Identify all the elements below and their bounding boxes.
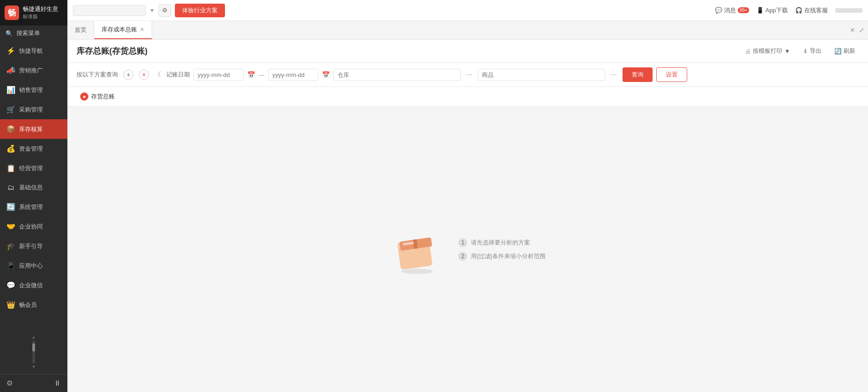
purchase-icon: 🛒 <box>6 105 15 114</box>
page-title: 库存总账(存货总账) <box>77 46 148 56</box>
headset-icon: 🎧 <box>795 7 802 14</box>
industry-solution-btn[interactable]: 体验行业方案 <box>175 4 225 17</box>
sidebar-item-sales[interactable]: 📊 销售管理 <box>0 80 67 100</box>
filter-bar: 按以下方案查询 + × 《 记账日期 📅 — 📅 ··· ··· 查询 设置 <box>67 63 868 87</box>
empty-content: 1 请先选择要分析的方案 2 用[过滤]条件来缩小分析范围 <box>390 222 545 277</box>
tip-item-1: 1 请先选择要分析的方案 <box>458 238 545 247</box>
print-dropdown-icon: ▼ <box>784 48 790 55</box>
export-icon: ⬇ <box>803 48 808 55</box>
message-label: 消息 <box>724 6 736 15</box>
sidebar-item-inventory[interactable]: 📦 库存核算 <box>0 119 67 139</box>
close-panel-icon[interactable]: ✕ <box>850 26 855 34</box>
tip-num-1: 1 <box>458 238 467 247</box>
filter-settings-btn[interactable]: 设置 <box>656 67 687 82</box>
sidebar-item-label: 企业微信 <box>19 281 43 290</box>
sidebar-item-operations[interactable]: 📋 经营管理 <box>0 158 67 178</box>
empty-illustration <box>390 222 444 277</box>
date-separator: — <box>259 71 265 78</box>
goods-more-btn[interactable]: ··· <box>609 71 618 79</box>
query-btn[interactable]: 查询 <box>623 67 653 82</box>
message-badge: 99+ <box>738 7 749 13</box>
sidebar-item-label: 新手引导 <box>19 242 43 250</box>
tab-inventory-cost[interactable]: 库存成本总账 ✕ <box>94 21 152 39</box>
sidebar-item-label: 应用中心 <box>19 262 43 270</box>
app-center-icon: 📱 <box>6 261 15 270</box>
submenu-item-inventory-ledger[interactable]: ● 存货总账 <box>77 91 118 102</box>
expand-icon[interactable]: ⤢ <box>859 26 864 34</box>
sidebar-item-system[interactable]: 🔄 系统管理 <box>0 197 67 217</box>
filter-label: 按以下方案查询 <box>77 71 118 79</box>
inventory-icon: 📦 <box>6 125 15 133</box>
tab-close-btn[interactable]: ✕ <box>140 26 144 33</box>
sidebar-item-wechat[interactable]: 💬 企业微信 <box>0 275 67 295</box>
calendar-end-icon[interactable]: 📅 <box>322 71 330 78</box>
sidebar-item-app-center[interactable]: 📱 应用中心 <box>0 256 67 275</box>
sidebar-item-quick-nav[interactable]: ⚡ 快捷导航 <box>0 41 67 61</box>
scroll-down-arrow[interactable]: ▼ <box>31 364 36 369</box>
sidebar-item-marketing[interactable]: 📣 营销推广 <box>0 61 67 80</box>
topbar-left: ▼ ⚙ 体验行业方案 <box>73 4 711 17</box>
sidebar-footer: ⚙ ⏸ <box>0 374 67 392</box>
phone-icon: 📱 <box>756 7 764 14</box>
sidebar-item-label: 资金管理 <box>19 145 43 153</box>
finance-icon: 💰 <box>6 144 15 153</box>
filter-del-btn[interactable]: × <box>139 70 149 80</box>
tip-text-2: 用[过滤]条件来缩小分析范围 <box>471 252 545 260</box>
refresh-icon: 🔄 <box>834 48 842 55</box>
topbar-settings-btn[interactable]: ⚙ <box>158 4 171 17</box>
sidebar-item-enterprise[interactable]: 🤝 企业协同 <box>0 217 67 236</box>
scroll-up-arrow[interactable]: ▲ <box>31 335 36 340</box>
date-label: 记账日期 <box>166 71 190 79</box>
app-logo: 畅 畅捷通好生意 标准版 <box>0 0 67 25</box>
sidebar-item-guide[interactable]: 🎓 新手引导 <box>0 236 67 256</box>
print-btn[interactable]: 🖨 按模板打印 ▼ <box>741 45 794 57</box>
submenu-dot-icon: ● <box>80 92 88 101</box>
marketing-icon: 📣 <box>6 66 15 75</box>
empty-svg <box>390 222 444 277</box>
sales-icon: 📊 <box>6 86 15 94</box>
sidebar-item-vip[interactable]: 👑 畅会员 <box>0 295 67 315</box>
page-actions: 🖨 按模板打印 ▼ ⬇ 导出 🔄 刷新 <box>741 45 859 57</box>
enterprise-icon: 🤝 <box>6 222 15 231</box>
refresh-btn[interactable]: 🔄 刷新 <box>831 45 859 57</box>
sidebar-item-basic-info[interactable]: 🗂 基础信息 <box>0 178 67 197</box>
date-start-input[interactable] <box>194 69 244 81</box>
goods-input[interactable] <box>478 69 605 81</box>
collapse-icon[interactable]: ⏸ <box>54 379 61 387</box>
breadcrumb-dropdown-icon[interactable]: ▼ <box>149 7 155 14</box>
sidebar-item-label: 快捷导航 <box>19 47 43 55</box>
submenu-bar: ● 存货总账 <box>67 87 868 107</box>
tip-text-1: 请先选择要分析的方案 <box>471 239 530 247</box>
calendar-start-icon[interactable]: 📅 <box>247 71 255 78</box>
settings-icon[interactable]: ⚙ <box>6 379 13 387</box>
sidebar: 畅 畅捷通好生意 标准版 🔍 搜索菜单 ⚡ 快捷导航 📣 营销推广 📊 销售管理… <box>0 0 67 392</box>
empty-area: 1 请先选择要分析的方案 2 用[过滤]条件来缩小分析范围 <box>67 107 868 392</box>
tab-home[interactable]: 首页 <box>67 21 94 39</box>
sidebar-item-label: 库存核算 <box>19 125 43 133</box>
sidebar-item-purchase[interactable]: 🛒 采购管理 <box>0 100 67 119</box>
export-btn[interactable]: ⬇ 导出 <box>799 45 825 57</box>
topbar-right: 💬 消息 99+ 📱 App下载 🎧 在线客服 <box>715 6 863 15</box>
sidebar-item-finance[interactable]: 💰 资金管理 <box>0 139 67 158</box>
online-service-btn[interactable]: 🎧 在线客服 <box>795 6 828 15</box>
sidebar-item-label: 基础信息 <box>19 183 43 192</box>
filter-row: 记账日期 📅 — 📅 ··· ··· 查询 设置 <box>166 67 859 82</box>
online-service-label: 在线客服 <box>804 6 828 15</box>
filter-collapse-btn[interactable]: 《 <box>154 71 161 79</box>
breadcrumb-input[interactable] <box>73 5 146 16</box>
search-menu-btn[interactable]: 🔍 搜索菜单 <box>0 25 67 41</box>
sidebar-scrollbar[interactable]: ▲ ▼ <box>31 333 36 371</box>
warehouse-more-btn[interactable]: ··· <box>465 71 474 79</box>
date-end-input[interactable] <box>268 69 318 81</box>
tabs-bar: 首页 库存成本总账 ✕ ✕ ⤢ <box>67 21 868 40</box>
export-label: 导出 <box>810 47 822 55</box>
user-area[interactable] <box>835 8 863 13</box>
filter-add-btn[interactable]: + <box>123 70 133 80</box>
app-download-label: App下载 <box>766 6 788 15</box>
operations-icon: 📋 <box>6 164 15 173</box>
refresh-label: 刷新 <box>843 47 855 55</box>
warehouse-input[interactable] <box>333 69 461 81</box>
svg-point-0 <box>401 269 433 274</box>
message-btn[interactable]: 💬 消息 99+ <box>715 6 749 15</box>
app-download-btn[interactable]: 📱 App下载 <box>756 6 788 15</box>
